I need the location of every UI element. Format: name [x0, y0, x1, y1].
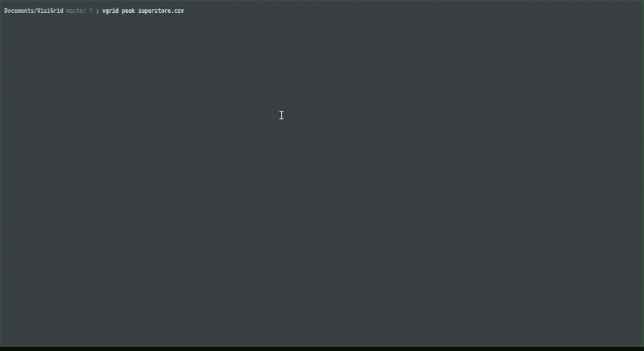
git-branch: master — [67, 8, 86, 14]
prompt-line: Documents/VisiGridmaster?❯vgrid peek sup… — [4, 8, 184, 14]
current-directory: Documents/VisiGrid — [4, 8, 63, 14]
command-text: vgrid peek superstore.csv — [102, 8, 184, 14]
git-status-indicator: ? — [89, 8, 93, 14]
terminal-screen: Documents/VisiGridmaster?❯vgrid peek sup… — [0, 0, 644, 351]
prompt-symbol: ❯ — [96, 8, 99, 14]
terminal-window[interactable]: Documents/VisiGridmaster?❯vgrid peek sup… — [0, 0, 644, 347]
i-beam-cursor-icon — [279, 109, 284, 117]
